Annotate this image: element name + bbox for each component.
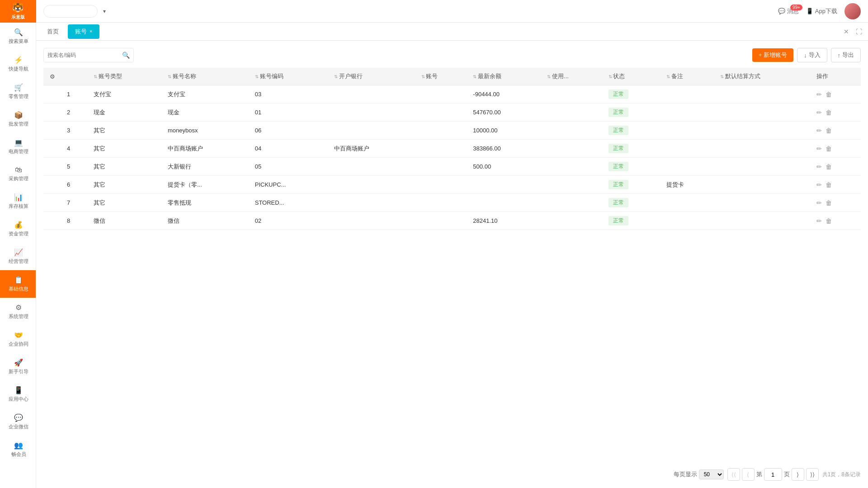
delete-button[interactable]: 🗑	[826, 109, 832, 116]
col-remark-cell	[661, 122, 715, 140]
delete-button[interactable]: 🗑	[826, 163, 832, 170]
messages-button[interactable]: 💬 消息 99+	[778, 7, 799, 15]
close-tab-btn[interactable]: ✕	[841, 26, 852, 37]
sidebar-item-app-center[interactable]: 📱应用中心	[0, 380, 36, 408]
sidebar-item-guide[interactable]: 🚀新手引导	[0, 353, 36, 380]
sidebar-item-member[interactable]: 👥畅会员	[0, 436, 36, 463]
edit-button[interactable]: ✏	[816, 217, 822, 225]
tab-account[interactable]: 账号×	[68, 24, 99, 39]
export-button[interactable]: ↑ 导出	[831, 48, 861, 62]
accounts-table: ⚙ 账号类型 账号名称 账号编码 开户银行 账号 最新余额 使用... 状态 备…	[43, 68, 861, 230]
import-button[interactable]: ↓ 导入	[797, 48, 827, 62]
sidebar-label-search: 搜索菜单	[9, 38, 28, 45]
col-usage[interactable]: 使用...	[542, 68, 603, 85]
col-name-cell: 零售抵现	[162, 194, 250, 212]
sidebar-icon-wholesale: 📦	[14, 111, 23, 119]
delete-button[interactable]: 🗑	[826, 217, 832, 225]
sidebar-item-purchase[interactable]: 🛍采购管理	[0, 160, 36, 188]
col-index	[61, 68, 88, 85]
col-index-cell: 5	[61, 158, 88, 176]
col-balance-cell	[467, 176, 542, 194]
sidebar-icon-contract: 🤝	[14, 331, 23, 339]
edit-button[interactable]: ✏	[816, 109, 822, 116]
sidebar-item-ecommerce[interactable]: 💻电商管理	[0, 133, 36, 160]
col-type-cell: 其它	[88, 122, 162, 140]
per-page-select: 每页显示 50 100 200	[674, 469, 724, 479]
col-action-cell: ✏ 🗑	[811, 158, 861, 176]
next-page-btn[interactable]: ⟩	[792, 468, 804, 481]
prev-page-btn[interactable]: ⟨	[742, 468, 755, 481]
sidebar-label-wholesale: 批发管理	[9, 121, 28, 127]
col-bank-cell	[329, 85, 416, 103]
add-account-button[interactable]: + 新增账号	[752, 48, 793, 62]
settings-column-header[interactable]: ⚙	[43, 68, 61, 85]
delete-button[interactable]: 🗑	[826, 181, 832, 188]
delete-button[interactable]: 🗑	[826, 145, 832, 152]
sidebar-item-system[interactable]: ⚙系统管理	[0, 298, 36, 325]
expand-tab-btn[interactable]: ⛶	[854, 26, 864, 37]
sidebar-item-capital[interactable]: 💰资金管理	[0, 215, 36, 243]
tab-home[interactable]: 首页	[40, 24, 66, 39]
col-code[interactable]: 账号编码	[250, 68, 329, 85]
per-page-dropdown[interactable]: 50 100 200	[699, 469, 724, 479]
search-input[interactable]	[47, 52, 122, 58]
pagination-bar: 每页显示 50 100 200 ⟨⟨ ⟨ 第 页 ⟩ ⟩⟩ 共1页，8条记录	[43, 463, 861, 481]
sidebar-label-guide: 新手引导	[9, 368, 28, 375]
logo-icon: 🐯	[12, 2, 24, 13]
top-search-input[interactable]	[43, 5, 98, 18]
first-page-btn[interactable]: ⟨⟨	[727, 468, 740, 481]
action-buttons: ✏ 🗑	[816, 181, 855, 188]
col-account[interactable]: 账号	[416, 68, 468, 85]
app-download-button[interactable]: 📱 App下载	[806, 7, 837, 15]
edit-button[interactable]: ✏	[816, 145, 822, 152]
delete-button[interactable]: 🗑	[826, 199, 832, 206]
sidebar-item-quick-nav[interactable]: ⚡快捷导航	[0, 50, 36, 78]
col-bank[interactable]: 开户银行	[329, 68, 416, 85]
edit-button[interactable]: ✏	[816, 91, 822, 98]
user-avatar[interactable]	[844, 3, 861, 19]
col-bank-cell	[329, 212, 416, 230]
edit-button[interactable]: ✏	[816, 181, 822, 188]
col-status[interactable]: 状态	[603, 68, 661, 85]
sidebar-item-contract[interactable]: 🤝企业协同	[0, 325, 36, 353]
sidebar-icon-operation: 📈	[14, 248, 23, 257]
sidebar-item-wholesale[interactable]: 📦批发管理	[0, 105, 36, 133]
sidebar-icon-inventory: 📊	[14, 193, 23, 202]
sidebar-icon-purchase: 🛍	[15, 166, 22, 174]
col-settlement-cell	[715, 122, 811, 140]
sidebar-item-enterprise-wechat[interactable]: 💬企业微信	[0, 408, 36, 436]
col-settlement[interactable]: 默认结算方式	[715, 68, 811, 85]
col-name-cell: 中百商场账户	[162, 140, 250, 158]
col-type[interactable]: 账号类型	[88, 68, 162, 85]
sidebar-item-search[interactable]: 🔍搜索菜单	[0, 23, 36, 50]
edit-button[interactable]: ✏	[816, 127, 822, 134]
col-settings-cell	[43, 85, 61, 103]
sidebar-label-basic-info: 基础信息	[9, 286, 28, 292]
col-name-cell: moneybosx	[162, 122, 250, 140]
col-bank-cell	[329, 103, 416, 122]
sidebar-label-app-center: 应用中心	[9, 396, 28, 403]
delete-button[interactable]: 🗑	[826, 91, 832, 98]
tab-close-account[interactable]: ×	[90, 29, 92, 34]
sidebar-item-inventory[interactable]: 📊库存核算	[0, 188, 36, 215]
sidebar-label-system: 系统管理	[9, 313, 28, 320]
col-balance[interactable]: 最新余额	[467, 68, 542, 85]
col-name-cell: 大新银行	[162, 158, 250, 176]
edit-button[interactable]: ✏	[816, 163, 822, 170]
edit-button[interactable]: ✏	[816, 199, 822, 206]
sidebar-item-basic-info[interactable]: 📋基础信息	[0, 270, 36, 298]
last-page-btn[interactable]: ⟩⟩	[806, 468, 819, 481]
header-dropdown[interactable]: ▾	[103, 8, 106, 14]
sidebar-icon-system: ⚙	[15, 303, 22, 312]
delete-button[interactable]: 🗑	[826, 127, 832, 134]
sidebar-icon-ecommerce: 💻	[14, 138, 23, 147]
col-name[interactable]: 账号名称	[162, 68, 250, 85]
col-type-cell: 支付宝	[88, 85, 162, 103]
col-action-cell: ✏ 🗑	[811, 122, 861, 140]
sidebar-item-operation[interactable]: 📈经营管理	[0, 243, 36, 270]
sidebar-item-retail[interactable]: 🛒零售管理	[0, 78, 36, 105]
page-input[interactable]	[764, 468, 782, 481]
col-name-cell: 提货卡（零...	[162, 176, 250, 194]
col-remark[interactable]: 备注	[661, 68, 715, 85]
col-balance-cell: 547670.00	[467, 103, 542, 122]
